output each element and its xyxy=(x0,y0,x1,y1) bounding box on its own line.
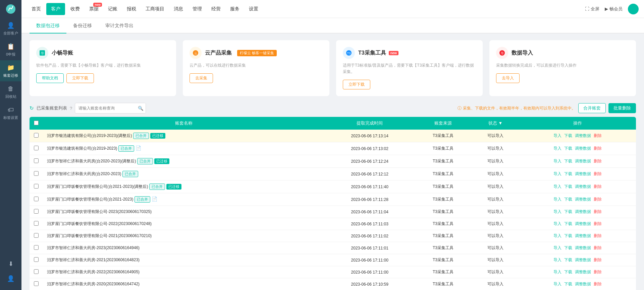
action-导入[interactable]: 导入 xyxy=(552,282,563,286)
row-checkbox[interactable] xyxy=(34,171,39,176)
action-下载[interactable]: 下载 xyxy=(563,258,574,262)
card-download-btn-3[interactable]: 立即下载 xyxy=(343,80,370,89)
tab-data-migration[interactable]: 数据包迁移 xyxy=(30,18,66,33)
action-调整数据[interactable]: 调整数据 xyxy=(574,209,592,214)
action-下载[interactable]: 下载 xyxy=(563,133,574,138)
row-checkbox[interactable] xyxy=(34,245,39,250)
action-删除[interactable]: 删除 xyxy=(592,146,603,151)
nav-home[interactable]: 首页 xyxy=(27,0,46,18)
action-导入[interactable]: 导入 xyxy=(552,245,563,250)
nav-clients[interactable]: 客户 xyxy=(46,3,65,15)
select-all-checkbox[interactable] xyxy=(34,121,39,125)
card-collect-btn[interactable]: 去采集 xyxy=(190,73,213,83)
row-checkbox[interactable] xyxy=(34,221,39,226)
action-下载[interactable]: 下载 xyxy=(563,184,574,189)
row-checkbox[interactable] xyxy=(34,233,39,238)
action-下载[interactable]: 下载 xyxy=(563,197,574,202)
action-下载[interactable]: 下载 xyxy=(563,209,574,214)
action-删除[interactable]: 删除 xyxy=(592,245,603,250)
sidebar-item-recycle[interactable]: 🗑 回收站 xyxy=(0,81,21,102)
nav-billing[interactable]: 收费 xyxy=(66,0,85,18)
action-下载[interactable]: 下载 xyxy=(563,282,574,286)
row-checkbox[interactable] xyxy=(34,269,39,274)
action-删除[interactable]: 删除 xyxy=(592,159,603,163)
user-avatar[interactable] xyxy=(628,4,639,14)
action-调整数据[interactable]: 调整数据 xyxy=(574,159,592,163)
action-调整数据[interactable]: 调整数据 xyxy=(574,233,592,238)
action-下载[interactable]: 下载 xyxy=(563,270,574,274)
action-删除[interactable]: 删除 xyxy=(592,233,603,238)
vip-btn[interactable]: ▶ 畅会员 xyxy=(605,6,623,12)
action-删除[interactable]: 删除 xyxy=(592,209,603,214)
action-导入[interactable]: 导入 xyxy=(552,221,563,226)
batch-delete-btn[interactable]: 批量删除 xyxy=(608,103,636,113)
action-调整数据[interactable]: 调整数据 xyxy=(574,146,592,151)
action-导入[interactable]: 导入 xyxy=(552,171,563,176)
action-导入[interactable]: 导入 xyxy=(552,197,563,202)
tab-backup-migration[interactable]: 备份迁移 xyxy=(66,18,99,33)
sidebar-item-account-migration[interactable]: 📁 账套迁移 xyxy=(0,60,21,81)
search-input[interactable] xyxy=(75,104,136,112)
card-import-btn[interactable]: 去导入 xyxy=(496,73,520,83)
nav-operation[interactable]: 经营 xyxy=(207,0,225,18)
action-删除[interactable]: 删除 xyxy=(592,171,603,176)
action-调整数据[interactable]: 调整数据 xyxy=(574,258,592,262)
action-调整数据[interactable]: 调整数据 xyxy=(574,171,592,176)
nav-invoice[interactable]: 票据 new xyxy=(85,0,103,18)
nav-messages[interactable]: 消息 xyxy=(169,0,188,18)
search-btn[interactable]: 🔍 xyxy=(136,103,146,113)
nav-tax[interactable]: 报税 xyxy=(122,0,141,18)
row-checkbox[interactable] xyxy=(34,281,39,286)
sidebar-item-tags[interactable]: 🏷 标签设置 xyxy=(0,102,21,124)
action-导入[interactable]: 导入 xyxy=(552,133,563,138)
action-删除[interactable]: 删除 xyxy=(592,197,603,202)
row-checkbox[interactable] xyxy=(34,209,39,214)
action-删除[interactable]: 删除 xyxy=(592,184,603,189)
help-icon[interactable]: ? xyxy=(70,106,72,111)
sidebar-item-all-clients[interactable]: 👤 全部客户 xyxy=(0,18,21,39)
row-checkbox[interactable] xyxy=(34,197,39,201)
nav-management[interactable]: 管理 xyxy=(188,0,207,18)
nav-accounting[interactable]: 记账 xyxy=(103,0,122,18)
merge-accounts-btn[interactable]: 合并账套 xyxy=(578,103,606,113)
fullscreen-btn[interactable]: ⛶ 全屏 xyxy=(585,6,599,12)
row-checkbox[interactable] xyxy=(34,133,39,138)
action-删除[interactable]: 删除 xyxy=(592,133,603,138)
sidebar-user-btn[interactable]: 👤 xyxy=(3,273,19,285)
action-调整数据[interactable]: 调整数据 xyxy=(574,221,592,226)
row-checkbox[interactable] xyxy=(34,184,39,189)
row-checkbox[interactable] xyxy=(34,146,39,150)
row-checkbox[interactable] xyxy=(34,257,39,262)
action-下载[interactable]: 下载 xyxy=(563,233,574,238)
card-download-btn-1[interactable]: 立即下载 xyxy=(66,73,94,83)
action-调整数据[interactable]: 调整数据 xyxy=(574,133,592,138)
nav-service[interactable]: 服务 xyxy=(225,0,244,18)
action-调整数据[interactable]: 调整数据 xyxy=(574,270,592,274)
action-删除[interactable]: 删除 xyxy=(592,282,603,286)
refresh-icon[interactable]: ↻ xyxy=(30,105,34,111)
action-导入[interactable]: 导入 xyxy=(552,258,563,262)
action-删除[interactable]: 删除 xyxy=(592,270,603,274)
action-下载[interactable]: 下载 xyxy=(563,146,574,151)
action-调整数据[interactable]: 调整数据 xyxy=(574,184,592,189)
sidebar-item-zero-declaration[interactable]: 📋 0申报 xyxy=(0,39,21,60)
action-删除[interactable]: 删除 xyxy=(592,221,603,226)
action-调整数据[interactable]: 调整数据 xyxy=(574,197,592,202)
row-checkbox[interactable] xyxy=(34,158,39,163)
action-导入[interactable]: 导入 xyxy=(552,270,563,274)
action-调整数据[interactable]: 调整数据 xyxy=(574,282,592,286)
action-删除[interactable]: 删除 xyxy=(592,258,603,262)
nav-business[interactable]: 工商项目 xyxy=(141,0,169,18)
action-下载[interactable]: 下载 xyxy=(563,171,574,176)
action-导入[interactable]: 导入 xyxy=(552,184,563,189)
nav-settings[interactable]: 设置 xyxy=(244,0,263,18)
sidebar-download-btn[interactable]: ⬇ xyxy=(3,258,19,270)
action-下载[interactable]: 下载 xyxy=(563,159,574,163)
action-导入[interactable]: 导入 xyxy=(552,209,563,214)
action-导入[interactable]: 导入 xyxy=(552,233,563,238)
action-调整数据[interactable]: 调整数据 xyxy=(574,245,592,250)
tab-audit-export[interactable]: 审计文件导出 xyxy=(99,18,140,33)
card-help-btn-1[interactable]: 帮助文档 xyxy=(36,73,64,83)
action-导入[interactable]: 导入 xyxy=(552,146,563,151)
action-下载[interactable]: 下载 xyxy=(563,245,574,250)
